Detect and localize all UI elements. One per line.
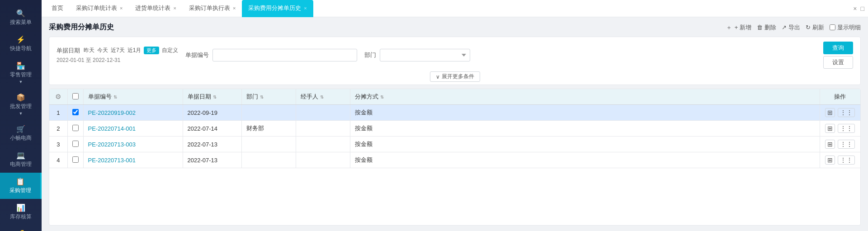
show-cols-input[interactable] — [830, 24, 835, 30]
row-num: 3 — [49, 137, 67, 152]
more-icon[interactable]: ⋮⋮ — [838, 156, 855, 165]
th-settings: ⚙ — [49, 89, 67, 105]
expand-button[interactable]: ∨ 展开更多条件 — [430, 71, 480, 82]
sidebar-item-wholesale[interactable]: 📦 批发管理 ▼ — [0, 89, 42, 120]
doc-no-link[interactable]: PE-20220713-001 — [88, 157, 136, 164]
shortcut-custom[interactable]: 自定义 — [162, 47, 178, 54]
inventory-icon: 📊 — [16, 203, 25, 212]
more-icon[interactable]: ⋮⋮ — [838, 124, 855, 133]
tab-home[interactable]: 首页 — [45, 0, 70, 17]
th-date[interactable]: 单据日期 ⇅ — [183, 89, 241, 105]
row-action: ⊞ ⋮⋮ — [820, 152, 860, 168]
row-handler — [296, 137, 350, 152]
doc-no-link[interactable]: PE-20220919-002 — [88, 109, 136, 116]
row-method: 按金额 — [350, 152, 820, 168]
row-action: ⊞ ⋮⋮ — [820, 105, 860, 121]
tab-home-label: 首页 — [52, 4, 63, 12]
doc-no-input[interactable] — [212, 49, 357, 61]
shortcut-today[interactable]: 今天 — [97, 47, 108, 54]
tab-purchase-cost-history[interactable]: 采购费用分摊单历史 × — [242, 0, 313, 17]
th-doc-no[interactable]: 单据编号 ⇅ — [83, 89, 183, 105]
tab-close-icon[interactable]: × — [304, 5, 307, 11]
view-icon[interactable]: ⊞ — [825, 140, 835, 149]
minimize-button[interactable]: × — [853, 5, 857, 12]
row-date: 2022-09-19 — [183, 105, 241, 121]
row-handler — [296, 152, 350, 168]
expand-row: ∨ 展开更多条件 — [57, 71, 853, 82]
tab-purchase-order-exec[interactable]: 采购订单执行表 × — [183, 0, 242, 17]
query-button[interactable]: 查询 — [823, 42, 853, 54]
tab-purchase-order-stats[interactable]: 采购订单统计表 × — [70, 0, 129, 17]
quick-nav-icon: ⚡ — [16, 35, 25, 44]
row-checkbox[interactable] — [72, 125, 79, 131]
sidebar-item-label: 电商管理 — [10, 160, 32, 168]
view-icon[interactable]: ⊞ — [825, 156, 835, 165]
refresh-icon: ↻ — [806, 24, 811, 31]
show-cols-label: 显示明细 — [837, 24, 861, 32]
date-label: 单据日期 — [57, 47, 80, 55]
table-header: ⚙ 单据编号 ⇅ 单据日期 — [49, 89, 860, 105]
sort-icon: ⇅ — [380, 94, 384, 99]
more-icon[interactable]: ⋮⋮ — [838, 108, 855, 117]
show-cols-checkbox[interactable]: 显示明细 — [830, 24, 861, 32]
add-icon: ＋ — [726, 24, 732, 32]
th-date-label: 单据日期 — [188, 93, 211, 101]
sidebar-item-search[interactable]: 🔍 搜索菜单 — [0, 5, 42, 31]
delete-label: 删除 — [764, 24, 776, 32]
delete-button[interactable]: 🗑 删除 — [757, 24, 776, 32]
tab-close-icon[interactable]: × — [120, 5, 123, 11]
settings-gear-icon[interactable]: ⚙ — [55, 93, 61, 100]
date-shortcuts: 昨天 今天 近7天 近1月 更多 自定义 — [84, 47, 178, 54]
sidebar-item-purchase[interactable]: 📋 采购管理 — [0, 173, 42, 199]
table-row: 3 PE-20220713-003 2022-07-13 按金额 — [49, 137, 860, 152]
table-row: 2 PE-20220714-001 2022-07-14 财务部 按金额 — [49, 121, 860, 137]
sidebar-item-label: 库存核算 — [10, 213, 32, 221]
row-date: 2022-07-14 — [183, 121, 241, 137]
select-all-checkbox[interactable] — [72, 93, 79, 99]
row-dept: 财务部 — [241, 121, 296, 137]
sidebar-item-inventory[interactable]: 📊 库存核算 — [0, 199, 42, 225]
wholesale-icon: 📦 — [16, 93, 25, 102]
shortcut-1month[interactable]: 近1月 — [127, 47, 142, 54]
shortcut-7days[interactable]: 近7天 — [111, 47, 125, 54]
shortcut-yesterday[interactable]: 昨天 — [84, 47, 94, 54]
content-area: 采购费用分摊单历史 ＋ + 新增 🗑 删除 ↗ 导出 ↻ 刷新 — [42, 17, 868, 231]
row-doc-no: PE-20220714-001 — [83, 121, 183, 137]
tab-label: 进货单统计表 — [135, 4, 170, 12]
tab-goods-receipt-stats[interactable]: 进货单统计表 × — [129, 0, 182, 17]
date-range-display: 2022-01-01 至 2022-12-31 — [57, 57, 178, 64]
view-icon[interactable]: ⊞ — [825, 124, 835, 133]
shortcut-more[interactable]: 更多 — [144, 47, 159, 54]
row-checkbox[interactable] — [72, 156, 79, 163]
add-button[interactable]: ＋ + 新增 — [726, 24, 751, 32]
view-icon[interactable]: ⊞ — [825, 108, 835, 117]
sidebar-item-finance[interactable]: 💰 资金管理 — [0, 225, 42, 231]
dept-select[interactable] — [380, 49, 470, 61]
tab-close-icon[interactable]: × — [233, 5, 236, 11]
delete-icon: 🗑 — [757, 24, 763, 31]
refresh-button[interactable]: ↻ 刷新 — [806, 24, 824, 32]
settings-button[interactable]: 设置 — [823, 56, 853, 69]
th-action-label: 操作 — [834, 93, 846, 100]
export-button[interactable]: ↗ 导出 — [782, 24, 800, 32]
row-dept — [241, 105, 296, 121]
date-filter-group: 单据日期 昨天 今天 近7天 近1月 更多 自定义 2022-01-01 至 2… — [57, 47, 178, 64]
more-icon[interactable]: ⋮⋮ — [838, 140, 855, 149]
sidebar-item-mini-shop[interactable]: 🛒 小畅电商 — [0, 120, 42, 146]
th-dept[interactable]: 部门 ⇅ — [241, 89, 296, 105]
sidebar-item-quick-nav[interactable]: ⚡ 快捷导航 — [0, 31, 42, 57]
doc-no-link[interactable]: PE-20220713-003 — [88, 141, 136, 148]
doc-no-filter: 单据编号 — [185, 49, 357, 61]
row-action: ⊞ ⋮⋮ — [820, 137, 860, 152]
doc-no-link[interactable]: PE-20220714-001 — [88, 125, 136, 132]
sidebar-item-retail[interactable]: 🏪 零售管理 ▼ — [0, 57, 42, 89]
th-method[interactable]: 分摊方式 ⇅ — [350, 89, 820, 105]
row-checkbox[interactable] — [72, 109, 79, 115]
row-checkbox[interactable] — [72, 141, 79, 147]
sidebar-item-ecommerce[interactable]: 💻 电商管理 — [0, 146, 42, 173]
maximize-button[interactable]: □ — [861, 5, 864, 12]
row-doc-no: PE-20220919-002 — [83, 105, 183, 121]
th-handler[interactable]: 经手人 ⇅ — [296, 89, 350, 105]
row-handler — [296, 105, 350, 121]
tab-close-icon[interactable]: × — [173, 5, 176, 11]
